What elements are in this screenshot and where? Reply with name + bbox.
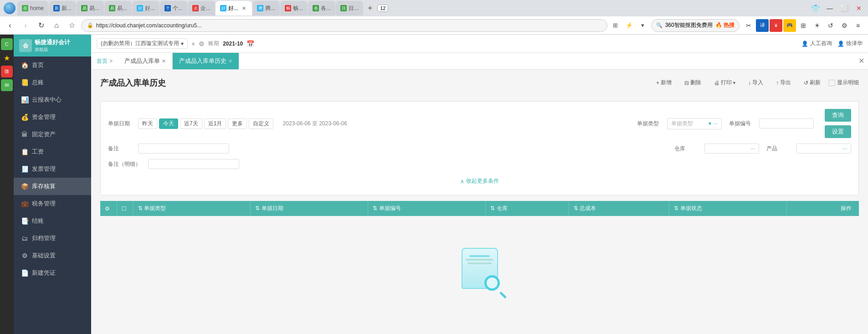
sidebar-item-settlement[interactable]: 📑 结账 (14, 212, 91, 230)
browser-tab-t2[interactable]: 新 新... (49, 1, 76, 15)
browser-tab-t9[interactable]: 腾 腾... (252, 1, 280, 15)
grid-icon[interactable]: ⊞ (797, 19, 810, 32)
sidebar-item-archive[interactable]: 🗂 归档管理 (14, 230, 91, 247)
th-number[interactable]: ⇅ 单据编号 (368, 201, 486, 216)
settings-gear-icon[interactable]: ⚙ (199, 40, 205, 47)
print-icon: 🖨 (714, 80, 719, 86)
company-selector[interactable]: (勿删勿禁用）江西璇宝测试专用 ▾ (97, 38, 188, 49)
th-total-cost[interactable]: ⇅ 总成本 (569, 201, 669, 216)
date-btn-custom[interactable]: 自定义 (249, 118, 273, 129)
settings-icon[interactable]: ⚙ (838, 19, 851, 32)
page-tab-history-close[interactable]: ✕ (228, 58, 232, 64)
page-tab-list-close[interactable]: ✕ (162, 58, 166, 64)
back-button[interactable]: ‹ (4, 19, 16, 32)
minimize-button[interactable]: — (824, 3, 835, 14)
address-input[interactable]: 🔒 https://cloud.chanjet.com/accounting/u… (81, 19, 607, 32)
translate-icon[interactable]: 译 (756, 19, 769, 32)
forward-button[interactable]: › (19, 19, 32, 32)
sidebar-item-newbill[interactable]: 📄 新建凭证 (14, 264, 91, 282)
type-filter-select[interactable]: 单据类型 ▾ ··· (667, 118, 722, 129)
browser-tab-t4[interactable]: 易 易... (104, 1, 132, 15)
th-type[interactable]: ⇅ 单据类型 (133, 201, 251, 216)
yuan-icon[interactable]: ¥ (770, 19, 782, 32)
star-app-icon[interactable]: ★ (1, 52, 13, 64)
close-panel-button[interactable]: ✕ (858, 57, 864, 65)
warehouse-filter-select[interactable]: ··· (704, 144, 759, 154)
date-btn-1month[interactable]: 近1月 (204, 118, 226, 129)
mail-app-icon[interactable]: ✉ (1, 79, 13, 91)
sidebar-item-wages[interactable]: 📋 工资 (14, 143, 91, 160)
close-button[interactable]: ✕ (853, 3, 864, 14)
calendar-icon[interactable]: 📅 (247, 40, 254, 47)
breadcrumb-home[interactable]: 首页 (97, 57, 108, 65)
user-service-button[interactable]: 👤 人工咨询 (801, 40, 832, 47)
game-icon[interactable]: 🎮 (783, 19, 796, 32)
browser-tab-t10[interactable]: 畅 畅... (280, 1, 308, 15)
main-content: (勿删勿禁用）江西璇宝测试专用 ▾ + ⚙ 账期 2021-10 📅 👤 人工咨… (91, 35, 868, 334)
refresh-button[interactable]: ↻ (35, 19, 47, 32)
browser-tab-t1[interactable]: 在 home (17, 1, 48, 15)
browser-tab-t11[interactable]: 各 各... (308, 1, 335, 15)
note-filter-input[interactable] (138, 144, 229, 154)
home-button[interactable]: ⌂ (50, 19, 63, 32)
export-button[interactable]: ↑ 导出 (771, 77, 796, 88)
browser-tab-t8[interactable]: 好 好... ✕ (216, 1, 252, 15)
collapse-more-button[interactable]: ∧ 收起更多条件 (460, 175, 499, 188)
query-button[interactable]: 查询 (825, 109, 851, 122)
tab-favicon-t1: 在 (22, 5, 28, 11)
date-btn-more[interactable]: 更多 (228, 118, 247, 129)
360-search-bar[interactable]: 🔍 360智能抠图免费用 🔥 热搜 (651, 19, 740, 32)
browser-tab-t3[interactable]: 易 易... (77, 1, 104, 15)
browser-tab-t12[interactable]: 目 目... (336, 1, 363, 15)
theme-icon[interactable]: ☀ (811, 19, 823, 32)
scissors-icon[interactable]: ✂ (742, 19, 755, 32)
page-tab-history[interactable]: 产成品入库单历史 ✕ (173, 53, 239, 69)
sidebar-item-ledger[interactable]: 📒 总账 (14, 74, 91, 91)
browser-tab-t5[interactable]: 好 好... (132, 1, 159, 15)
page-tab-list[interactable]: 产成品入库单 ✕ (118, 53, 173, 69)
th-settings[interactable]: ⚙ (100, 201, 117, 216)
menu-icon[interactable]: ≡ (852, 19, 864, 32)
sidebar-item-assets[interactable]: 🏛 固定资产 (14, 126, 91, 143)
display-detail-checkbox[interactable]: 显示明细 (829, 79, 859, 87)
new-tab-button[interactable]: + (364, 2, 376, 15)
th-checkbox[interactable]: ☐ (117, 201, 133, 216)
browser-tab-t7[interactable]: 企 企... (188, 1, 215, 15)
sidebar-item-home[interactable]: 🏠 首页 (14, 57, 91, 74)
delete-button[interactable]: ⊟ 删除 (680, 77, 706, 88)
sidebar-item-invoice[interactable]: 🧾 发票管理 (14, 160, 91, 178)
date-btn-7days[interactable]: 近7天 (180, 118, 202, 129)
th-status[interactable]: ⇅ 单据状态 (669, 201, 787, 216)
refresh-button[interactable]: ↺ 刷新 (799, 77, 825, 88)
sidebar-item-tax[interactable]: 💼 税务管理 (14, 195, 91, 212)
user-avatar-button[interactable]: 👤 徐泽华 (837, 40, 863, 47)
tab-close-t8[interactable]: ✕ (240, 5, 247, 12)
sidebar-item-finance[interactable]: 💰 资金管理 (14, 108, 91, 126)
dropdown-button[interactable]: ▾ (637, 20, 648, 31)
sidebar-item-reports[interactable]: 📊 云报表中心 (14, 91, 91, 108)
sidebar-item-base-settings[interactable]: ⚙ 基础设置 (14, 247, 91, 264)
history-icon[interactable]: ↺ (824, 19, 837, 32)
th-warehouse[interactable]: ⇅ 仓库 (486, 201, 569, 216)
maximize-button[interactable]: ⬜ (839, 3, 850, 14)
add-company-button[interactable]: + (191, 40, 195, 47)
note-detail-filter-input[interactable] (148, 159, 239, 169)
shirt-icon[interactable]: 👕 (811, 3, 821, 13)
tab-count-badge[interactable]: 12 (377, 5, 388, 12)
product-filter-select[interactable]: ··· (796, 144, 851, 154)
apps-button[interactable]: ⊞ (610, 20, 621, 31)
import-button[interactable]: ↓ 导入 (744, 77, 768, 88)
new-button[interactable]: + 新增 (652, 77, 676, 88)
weibo-app-icon[interactable]: 微 (1, 66, 13, 77)
date-btn-today[interactable]: 今天 (159, 118, 178, 129)
date-btn-yesterday[interactable]: 昨天 (138, 118, 157, 129)
lightning-button[interactable]: ⚡ (624, 20, 635, 31)
number-filter-input[interactable] (759, 118, 814, 128)
browser-tab-t6[interactable]: 个 个... (160, 1, 187, 15)
chanjet-app-icon[interactable]: C (1, 38, 13, 50)
sidebar-item-inventory[interactable]: 📦 库存核算 (14, 178, 91, 195)
filter-settings-button[interactable]: 设置 (825, 125, 851, 138)
print-button[interactable]: 🖨 打印 ▾ (709, 77, 740, 88)
th-date[interactable]: ⇅ 单据日期 (251, 201, 368, 216)
bookmark-button[interactable]: ☆ (66, 19, 78, 32)
